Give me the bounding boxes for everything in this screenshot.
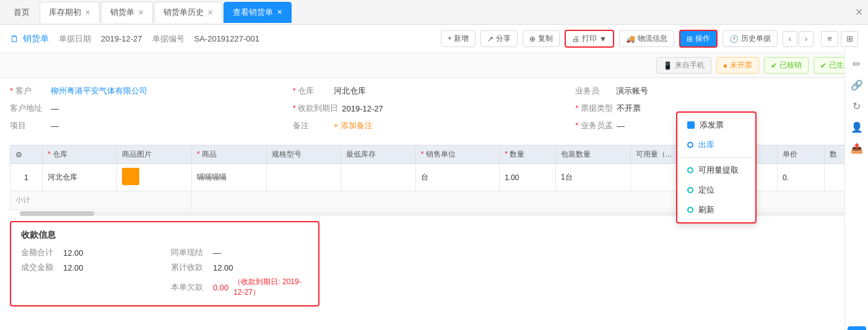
- number-value: SA-20191227-001: [194, 34, 260, 43]
- from-phone-button[interactable]: 📱 来自手机: [656, 57, 711, 74]
- verified-button[interactable]: ✔ 已核销: [764, 57, 809, 74]
- close-history-tab[interactable]: ✕: [207, 9, 213, 17]
- staff-label: 业务员: [575, 85, 612, 97]
- tab-home[interactable]: 首页: [5, 3, 38, 22]
- owed-date: （收款到期日: 2019-12-27）: [233, 277, 308, 298]
- dropdown-locate[interactable]: 定位: [677, 180, 755, 200]
- locate-icon: [687, 187, 693, 193]
- close-inventory-tab[interactable]: ✕: [85, 9, 90, 17]
- history-button[interactable]: 🕐 历史单据: [723, 30, 778, 47]
- grid-view-icon[interactable]: ⊞: [841, 31, 858, 47]
- payment-date-field: 收款到期日 2019-12-27: [293, 103, 576, 114]
- ticket-type-value: 不开票: [617, 103, 641, 114]
- payment-date-label: 收款到期日: [293, 103, 339, 114]
- doc-type-icon: 🗒: [10, 33, 19, 44]
- sidebar-user-icon[interactable]: 👤: [848, 118, 866, 136]
- doc-header: 🗒 销货单 单据日期 2019-12-27 单据编号 SA-20191227-0…: [0, 25, 868, 53]
- nav-arrows: ‹ ›: [783, 31, 814, 47]
- warehouse-header: 仓库: [42, 145, 117, 164]
- customer-field: 客户 柳州粤港平安气体有限公司: [10, 85, 293, 97]
- owed-label: 本单欠款: [171, 282, 208, 293]
- add-invoice-label: 添发票: [700, 119, 724, 131]
- dropdown-outbound[interactable]: 出库: [677, 135, 755, 155]
- row-spec: [266, 164, 341, 191]
- total-collected-value: 12.00: [213, 263, 233, 272]
- close-view-sales-tab[interactable]: ✕: [277, 8, 282, 16]
- ticket-type-label: 票据类型: [575, 103, 613, 114]
- form-row-1: 客户 柳州粤港平安气体有限公司 仓库 河北仓库 业务员 演示账号: [10, 85, 858, 97]
- tab-bar: 首页 库存期初 ✕ 销货单 ✕ 销货单历史 ✕ 查看销货单 ✕ ✕: [0, 0, 868, 25]
- operate-button[interactable]: ⊞ 操作: [679, 30, 718, 48]
- add-note-button[interactable]: + 添加备注: [334, 120, 373, 131]
- unit-price-header: 单价: [778, 145, 825, 164]
- staff-value: 演示账号: [616, 85, 648, 97]
- tab-sales[interactable]: 销货单 ✕: [101, 2, 153, 23]
- sidebar-refresh-icon[interactable]: ↻: [848, 97, 866, 115]
- row-min-stock: [341, 164, 416, 191]
- view-icons: ≡ ⊞: [821, 31, 858, 47]
- doc-actions: + 新增 ↗ 分享 ⊕ 复制 🖨 打印 ▼ 🚚 物流信息: [441, 30, 858, 48]
- outbound-label: 出库: [698, 139, 714, 150]
- second-toolbar: 📱 来自手机 ● 未开票 ✔ 已核销 ✔ 已生效: [0, 53, 868, 78]
- logistics-icon: 🚚: [626, 35, 635, 43]
- tab-inventory[interactable]: 库存期初 ✕: [40, 2, 100, 23]
- address-label: 客户地址: [10, 103, 47, 114]
- not-open-button[interactable]: ● 未开票: [716, 57, 759, 74]
- locate-label: 定位: [698, 185, 714, 196]
- effective-icon: ✔: [820, 61, 827, 70]
- project-label: 项目: [10, 120, 47, 131]
- address-value: —: [51, 104, 59, 113]
- customer-label: 客户: [10, 85, 47, 97]
- new-button[interactable]: + 新增: [441, 30, 475, 47]
- print-button[interactable]: 🖨 打印 ▼: [565, 30, 614, 48]
- close-sales-tab[interactable]: ✕: [138, 9, 144, 17]
- product-image: [122, 168, 139, 185]
- main-area: 🗒 销货单 单据日期 2019-12-27 单据编号 SA-20191227-0…: [0, 25, 868, 330]
- next-button[interactable]: ›: [799, 31, 814, 47]
- scrollbar-thumb[interactable]: [20, 211, 94, 216]
- payment-date-value: 2019-12-27: [342, 104, 383, 113]
- staff2-value: —: [617, 121, 625, 131]
- gear-header[interactable]: ⚙: [11, 145, 43, 164]
- copy-button[interactable]: ⊕ 复制: [523, 30, 560, 47]
- share-button[interactable]: ↗ 分享: [480, 30, 518, 47]
- logistics-button[interactable]: 🚚 物流信息: [619, 30, 674, 47]
- tab-view-sales[interactable]: 查看销货单 ✕: [224, 2, 292, 23]
- note-label: 备注: [293, 120, 330, 131]
- summary-owed-row: 本单欠款 0.00 （收款到期日: 2019-12-27）: [171, 277, 308, 298]
- spec-header: 规格型号: [266, 145, 341, 164]
- dropdown-add-invoice[interactable]: 添发票: [677, 115, 755, 135]
- ticket-icon: ●: [723, 61, 727, 70]
- customer-value[interactable]: 柳州粤港平安气体有限公司: [51, 85, 147, 97]
- sidebar-export-icon[interactable]: 📤: [848, 139, 866, 157]
- row-sales-unit: 台: [415, 164, 499, 191]
- sidebar-expand-icon[interactable]: ⛶: [848, 326, 866, 330]
- warehouse-field: 仓库 河北仓库: [293, 85, 576, 97]
- row-product: 嗝嗝嗝嗝: [192, 164, 267, 191]
- prev-button[interactable]: ‹: [783, 31, 797, 47]
- grid-icon: ⊞: [687, 35, 693, 43]
- phone-icon: 📱: [663, 61, 672, 70]
- pack-qty-header: 包装数量: [556, 145, 631, 164]
- summary-grid: 金额合计 12.00 同单现结 — 成交金额 12.00 累计收款 12.00: [21, 247, 308, 298]
- available-pickup-icon: [687, 167, 693, 173]
- staff-field: 业务员 演示账号: [575, 85, 858, 97]
- close-window-button[interactable]: ✕: [855, 6, 863, 18]
- tab-sales-history[interactable]: 销货单历史 ✕: [154, 2, 222, 23]
- project-field: 项目 —: [10, 120, 293, 131]
- sidebar-edit-icon[interactable]: ✏: [848, 54, 866, 73]
- refresh-icon: [687, 207, 693, 213]
- warehouse-value: 河北仓库: [334, 85, 366, 97]
- outbound-icon: [687, 142, 693, 148]
- min-stock-header: 最低库存: [341, 145, 416, 164]
- summary-same-order-cash: 同单现结 —: [171, 247, 308, 258]
- dropdown-available-pickup[interactable]: 可用量提取: [677, 160, 755, 180]
- sidebar-link-icon[interactable]: 🔗: [848, 76, 866, 94]
- list-view-icon[interactable]: ≡: [821, 31, 838, 47]
- staff2-label: 业务员孟: [575, 120, 613, 131]
- note-field: 备注 + 添加备注: [293, 120, 576, 131]
- dropdown-refresh[interactable]: 刷新: [677, 200, 755, 220]
- add-invoice-icon: [687, 121, 695, 129]
- row-warehouse: 河北仓库: [42, 164, 117, 191]
- available-pickup-label: 可用量提取: [698, 165, 739, 176]
